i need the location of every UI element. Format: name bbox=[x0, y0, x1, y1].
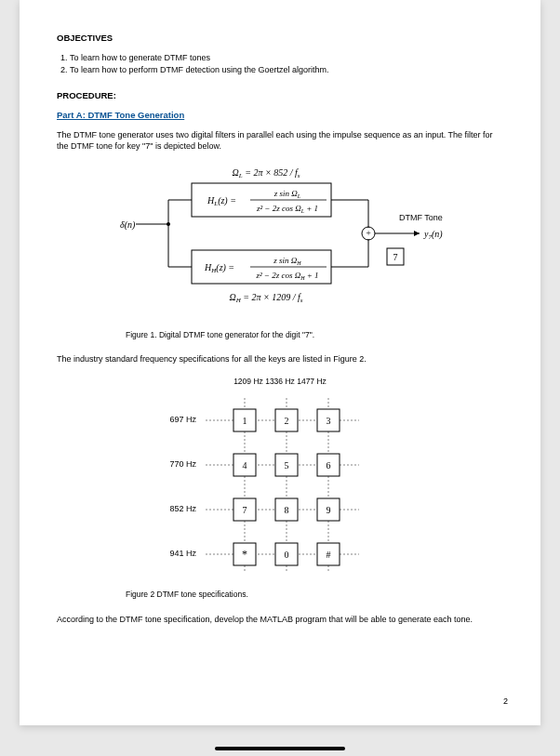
svg-text:7: 7 bbox=[243, 505, 247, 515]
objectives-list: To learn how to generate DTMF tones To l… bbox=[57, 52, 503, 75]
svg-text:7: 7 bbox=[393, 252, 398, 262]
home-indicator bbox=[215, 747, 345, 750]
page-number: 2 bbox=[503, 696, 508, 707]
row-freq-852: 852 Hz bbox=[169, 504, 196, 513]
svg-text:z² − 2z cos ΩL + 1: z² − 2z cos ΩL + 1 bbox=[256, 204, 318, 214]
svg-text:ΩL = 2π × 852 / fs: ΩL = 2π × 852 / fs bbox=[233, 167, 300, 179]
svg-text:3: 3 bbox=[327, 416, 331, 426]
column-headers: 1209 Hz 1336 Hz 1477 Hz bbox=[57, 377, 503, 387]
part-a-heading: Part A: DTMF Tone Generation bbox=[57, 110, 503, 122]
figure-1: ΩL = 2π × 852 / fs δ(n) HL(z) = z sin ΩL… bbox=[103, 163, 457, 321]
svg-marker-26 bbox=[414, 231, 420, 236]
figure-2: 697 Hz 770 Hz 852 Hz 941 Hz 1 2 bbox=[140, 394, 420, 580]
svg-text:y7(n): y7(n) bbox=[423, 229, 443, 241]
keypad-svg: 697 Hz 770 Hz 852 Hz 941 Hz 1 2 bbox=[140, 394, 420, 580]
paragraph-intro: The DTMF tone generator uses two digital… bbox=[57, 129, 503, 152]
svg-text:2: 2 bbox=[285, 416, 289, 426]
svg-text:HH(z) =: HH(z) = bbox=[204, 262, 234, 274]
figure-2-caption: Figure 2 DTMF tone specifications. bbox=[57, 590, 503, 600]
svg-text:8: 8 bbox=[285, 505, 289, 515]
svg-text:5: 5 bbox=[285, 460, 289, 471]
svg-text:9: 9 bbox=[327, 505, 331, 515]
svg-text:*: * bbox=[242, 548, 247, 561]
row-freq-697: 697 Hz bbox=[169, 415, 196, 424]
heading-objectives: OBJECTIVES bbox=[57, 33, 503, 45]
svg-text:z² − 2z cos ΩH + 1: z² − 2z cos ΩH + 1 bbox=[255, 271, 318, 281]
objective-item: To learn how to generate DTMF tones bbox=[70, 52, 503, 63]
svg-text:0: 0 bbox=[285, 550, 289, 560]
svg-text:+: + bbox=[366, 228, 371, 238]
document-page: OBJECTIVES To learn how to generate DTMF… bbox=[20, 0, 540, 725]
svg-text:6: 6 bbox=[327, 460, 331, 471]
svg-text:HL(z) =: HL(z) = bbox=[207, 195, 236, 207]
heading-procedure: PROCEDURE: bbox=[57, 90, 503, 102]
svg-text:δ(n): δ(n) bbox=[120, 219, 136, 231]
row-freq-770: 770 Hz bbox=[169, 459, 196, 469]
svg-text:#: # bbox=[327, 550, 331, 560]
svg-text:z sin ΩH: z sin ΩH bbox=[273, 256, 301, 266]
figure-1-caption: Figure 1. Digital DTMF tone generator fo… bbox=[57, 330, 503, 340]
svg-text:z sin ΩL: z sin ΩL bbox=[273, 189, 301, 199]
row-freq-941: 941 Hz bbox=[169, 549, 196, 558]
block-diagram-svg: ΩL = 2π × 852 / fs δ(n) HL(z) = z sin ΩL… bbox=[103, 163, 457, 321]
svg-text:4: 4 bbox=[243, 460, 247, 471]
objective-item: To learn how to perform DTMF detection u… bbox=[70, 64, 503, 75]
svg-text:DTMF Tone: DTMF Tone bbox=[399, 213, 443, 222]
paragraph-freq-intro: The industry standard frequency specific… bbox=[57, 353, 503, 365]
paragraph-matlab: According to the DTMF tone specification… bbox=[57, 614, 503, 625]
svg-text:ΩH = 2π × 1209 / fs: ΩH = 2π × 1209 / fs bbox=[229, 292, 302, 304]
svg-text:1: 1 bbox=[243, 416, 247, 426]
